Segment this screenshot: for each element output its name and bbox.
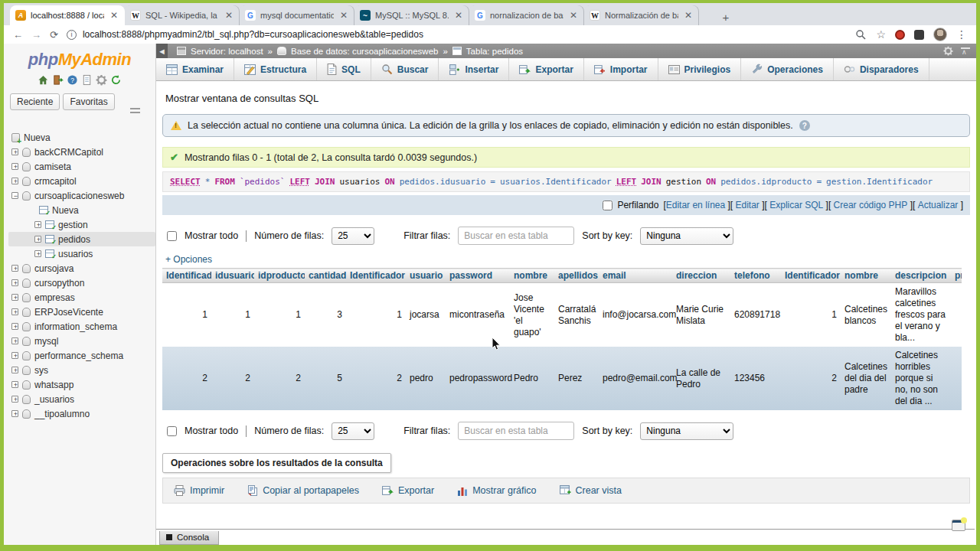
tree-item-database[interactable]: empresas	[8, 290, 155, 305]
chrome-menu-icon[interactable]: ⋮	[956, 28, 967, 41]
expand-page-icon[interactable]	[961, 47, 970, 54]
breadcrumb-table[interactable]: Tabla: pedidos	[466, 47, 523, 56]
tab-exportar[interactable]: Exportar	[509, 58, 583, 80]
tab-insertar[interactable]: Insertar	[439, 58, 509, 80]
breadcrumb-server[interactable]: Servidor: localhost	[191, 47, 263, 56]
rows-count-select[interactable]: 25	[332, 227, 374, 245]
sort-key-select[interactable]: Ninguna	[640, 227, 733, 245]
column-header[interactable]: idproducto	[254, 269, 305, 283]
query-action-link[interactable]: Editar	[730, 200, 765, 210]
expand-icon[interactable]	[11, 178, 18, 184]
filter-rows-input[interactable]	[458, 422, 574, 440]
show-all-checkbox[interactable]	[167, 426, 177, 436]
tab-importar[interactable]: Importar	[584, 58, 658, 80]
expand-icon[interactable]	[11, 337, 18, 344]
column-header[interactable]: password	[446, 269, 510, 283]
browser-tab[interactable]: localhost:8888 / localhost / cu ✕	[10, 5, 125, 25]
tree-item-table[interactable]: usuarios	[8, 246, 155, 261]
site-info-icon[interactable]: i	[67, 30, 77, 40]
tab-buscar[interactable]: Buscar	[371, 58, 439, 80]
column-header[interactable]: telefono	[730, 269, 781, 283]
pma-logo[interactable]: phpMyAdmin	[4, 50, 155, 70]
page-settings-gear-icon[interactable]	[943, 46, 953, 56]
browser-tab[interactable]: Normalización de bases de dat ✕	[584, 5, 699, 25]
expand-icon[interactable]	[11, 323, 18, 330]
tree-item-database[interactable]: performance_schema	[8, 348, 155, 363]
new-tab-button[interactable]: +	[716, 8, 736, 26]
table-row[interactable]: 22 25 2pedro pedropasswordPedro Perezped…	[162, 347, 962, 410]
column-header[interactable]: email	[599, 269, 672, 283]
tree-item-database[interactable]: cursopython	[8, 276, 155, 290]
expand-icon[interactable]	[11, 410, 18, 417]
query-action-link[interactable]: Editar en línea	[663, 200, 730, 210]
tree-item-database[interactable]: mysql	[8, 334, 155, 348]
reload-icon[interactable]: ⟳	[50, 29, 58, 41]
tab-operaciones[interactable]: Operaciones	[741, 58, 834, 80]
recent-button[interactable]: Reciente	[10, 93, 60, 110]
help-icon[interactable]: ?	[67, 74, 78, 86]
settings-gear-icon[interactable]	[96, 74, 107, 86]
expand-icon[interactable]	[11, 163, 18, 170]
tree-item-database-open[interactable]: cursoaplicacionesweb	[8, 188, 155, 203]
zoom-icon[interactable]	[855, 29, 867, 41]
tab-privilegios[interactable]: Privilegios	[658, 58, 742, 80]
copy-to-clipboard-link[interactable]: Copiar al portapapeles	[247, 485, 359, 496]
query-action-link[interactable]: Actualizar	[913, 200, 963, 210]
tree-item-table[interactable]: Nueva	[8, 203, 155, 217]
tree-item-table[interactable]: pedidos	[8, 232, 155, 246]
expand-icon[interactable]	[11, 352, 18, 359]
options-toggle-link[interactable]: + Opciones	[165, 254, 970, 265]
sidebar-collapse-button[interactable]: ◄	[156, 44, 168, 58]
column-header[interactable]: cantidad	[305, 269, 346, 283]
show-query-window-link[interactable]: Mostrar ventana de consultas SQL	[165, 93, 970, 104]
column-header[interactable]: nombre	[510, 269, 554, 283]
table-row[interactable]: 11 13 1jocarsa micontraseñaJose Vicente …	[162, 283, 962, 347]
profile-avatar[interactable]	[933, 28, 947, 41]
url-bar[interactable]: i localhost:8888/phpmyadmin2/tbl_sql.php…	[67, 29, 848, 40]
forward-icon[interactable]: →	[31, 29, 41, 41]
column-header[interactable]: direccion	[672, 269, 730, 283]
filter-rows-input[interactable]	[458, 227, 574, 245]
tree-item-new-database[interactable]: Nueva	[8, 130, 155, 145]
sidebar-resize-handle-icon[interactable]	[130, 108, 140, 113]
home-icon[interactable]	[38, 74, 49, 86]
docs-icon[interactable]	[81, 74, 93, 86]
logout-icon[interactable]	[52, 74, 64, 86]
tab-close-icon[interactable]: ✕	[224, 10, 234, 21]
tree-item-database[interactable]: backCRMCapitol	[8, 145, 155, 159]
browser-tab[interactable]: SQL - Wikipedia, la enciclope ✕	[125, 5, 240, 25]
tree-item-database[interactable]: information_schema	[8, 319, 155, 334]
show-chart-link[interactable]: Mostrar gráfico	[457, 485, 536, 496]
expand-icon[interactable]	[11, 279, 18, 286]
expand-icon[interactable]	[34, 250, 41, 257]
favorites-button[interactable]: Favoritas	[63, 93, 114, 110]
tab-close-icon[interactable]: ✕	[683, 10, 694, 21]
help-icon[interactable]: ?	[799, 120, 810, 131]
extension-red-icon[interactable]	[895, 30, 905, 40]
column-header[interactable]: Identificador	[162, 269, 211, 283]
tab-examinar[interactable]: Examinar	[156, 58, 234, 80]
expand-icon[interactable]	[11, 367, 18, 373]
expand-icon[interactable]	[11, 148, 18, 155]
column-header[interactable]: apellidos	[554, 269, 599, 283]
expand-icon[interactable]	[34, 221, 41, 228]
console-toggle[interactable]: Consola	[159, 531, 219, 545]
expand-icon[interactable]	[34, 236, 41, 243]
tree-item-database[interactable]: whatsapp	[8, 377, 155, 392]
print-link[interactable]: Imprimir	[174, 485, 224, 496]
tree-item-database[interactable]: __tipoalumno	[8, 406, 155, 421]
tab-disparadores[interactable]: Disparadores	[834, 58, 929, 80]
tree-item-database[interactable]: cursojava	[8, 261, 155, 276]
bookmark-star-icon[interactable]: ☆	[876, 28, 886, 41]
column-header[interactable]: Identificador	[781, 269, 841, 283]
tab-close-icon[interactable]: ✕	[109, 10, 119, 21]
show-all-checkbox[interactable]	[167, 231, 177, 241]
create-view-link[interactable]: Crear vista	[560, 485, 622, 496]
tree-item-database[interactable]: crmcapitol	[8, 174, 155, 188]
rows-count-select[interactable]: 25	[332, 422, 374, 440]
tab-estructura[interactable]: Estructura	[234, 58, 317, 80]
collapse-icon[interactable]	[11, 192, 18, 199]
tree-item-database[interactable]: ERPJoseVicente	[8, 305, 155, 319]
column-header[interactable]: descripcion	[891, 269, 951, 283]
extension-dark-icon[interactable]	[914, 30, 924, 40]
